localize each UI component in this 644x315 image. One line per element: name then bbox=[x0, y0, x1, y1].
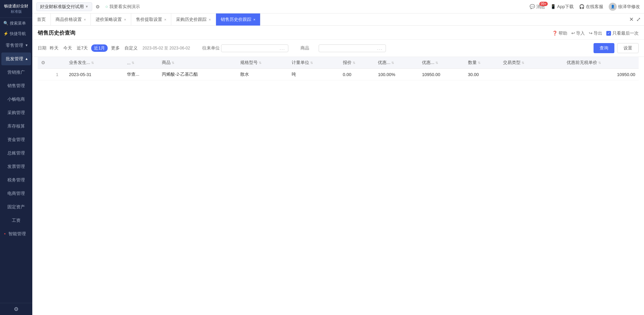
tab-strategy[interactable]: 进价策略设置 × bbox=[91, 13, 131, 26]
th-pre-tax-price[interactable]: 优惠前无税单价 ⇅ bbox=[563, 57, 639, 69]
query-button[interactable]: 查询 bbox=[594, 43, 614, 53]
date-range-display: 2023-05-02 至 2023-06-02 bbox=[142, 45, 190, 51]
tab-price[interactable]: 商品价格设置 × bbox=[51, 13, 91, 26]
sort-icon-price: ⇅ bbox=[353, 61, 355, 65]
th-price[interactable]: 报价 ⇅ bbox=[339, 57, 375, 69]
sidebar-item-retail[interactable]: 零售管理 ▼ bbox=[1, 39, 31, 52]
date-btn-custom[interactable]: 自定义 bbox=[123, 44, 139, 52]
sidebar-quick-nav[interactable]: ⚡ 快捷导航 bbox=[0, 29, 32, 39]
close-tab-icon[interactable]: ✕ bbox=[629, 15, 634, 23]
tab-close-purchase-history[interactable]: × bbox=[209, 18, 211, 22]
th-settings: ⚙ bbox=[38, 57, 49, 69]
th-biz-date[interactable]: 业务发生... ⇅ bbox=[66, 57, 123, 69]
cell-spacer bbox=[551, 69, 563, 80]
tab-close-strategy[interactable]: × bbox=[124, 18, 126, 22]
sidebar: 畅捷通好业财 标准版 🔍 搜索菜单 ⚡ 快捷导航 零售管理 ▼ 批发管理 ▲ 营… bbox=[0, 0, 32, 315]
import-button[interactable]: ↩ 导入 bbox=[571, 30, 585, 36]
topbar: 好业财标准版交付试用 ▼ ⚙ ○ 我要看实例演示 💬 消息 99+ 📱 App下… bbox=[32, 0, 644, 13]
help-icon: ❓ bbox=[552, 31, 558, 36]
sidebar-item-ecommerce[interactable]: 电商管理 bbox=[1, 187, 31, 200]
product-dots: ... bbox=[377, 46, 383, 51]
sidebar-item-inventory[interactable]: 库存核算 bbox=[1, 120, 31, 133]
date-btn-last1m[interactable]: 近1月 bbox=[91, 44, 108, 52]
demo-link[interactable]: ○ 我要看实例演示 bbox=[105, 4, 140, 10]
table-settings-icon[interactable]: ⚙ bbox=[41, 60, 45, 65]
only-last-checkbox[interactable]: ✓ 只看最后一次 bbox=[606, 30, 639, 36]
source-unit-dots: ... bbox=[280, 46, 285, 51]
settings-icon[interactable]: ⚙ bbox=[14, 306, 19, 312]
sort-icon-pre-tax-price: ⇅ bbox=[598, 61, 601, 65]
sidebar-item-tax[interactable]: 税务管理 bbox=[1, 174, 31, 186]
topbar-right: 💬 消息 99+ 📱 App下载 🎧 在线客服 👤 徐泽华修改 bbox=[530, 3, 640, 11]
sidebar-item-salary[interactable]: 工资 bbox=[1, 214, 31, 227]
topbar-settings-icon[interactable]: ⚙ bbox=[96, 4, 100, 9]
page-header: 销售历史价查询 ❓ 帮助 ↩ 导入 ↪ 导出 ✓ 只看最后一次 bbox=[32, 26, 644, 40]
tab-close-pickup[interactable]: × bbox=[164, 18, 166, 22]
th-discount-price[interactable]: 优惠... ⇅ bbox=[419, 57, 464, 69]
sort-icon-product: ⇅ bbox=[172, 61, 174, 65]
expand-tab-icon[interactable]: ⤢ bbox=[636, 15, 641, 23]
date-btn-last7[interactable]: 近7天 bbox=[75, 44, 89, 52]
product-field: 商品 ... bbox=[300, 44, 386, 52]
tab-home[interactable]: 首页 bbox=[32, 13, 51, 26]
tabbar-end: ✕ ⤢ bbox=[629, 15, 644, 23]
sidebar-item-sales[interactable]: 销售管理 bbox=[1, 79, 31, 92]
th-quantity[interactable]: 数量 ⇅ bbox=[465, 57, 500, 69]
filter-area: 日期 昨天 今天 近7天 近1月 更多 自定义 2023-05-02 至 202… bbox=[32, 40, 644, 57]
th-spacer bbox=[551, 57, 563, 69]
sidebar-item-ecommerce-small[interactable]: 小畅电商 bbox=[1, 93, 31, 106]
sidebar-item-smart[interactable]: 智能管理 bbox=[1, 228, 31, 240]
source-unit-input[interactable]: ... bbox=[221, 44, 288, 52]
th-spec[interactable]: 规格型号 ⇅ bbox=[237, 57, 288, 69]
th-trade-type[interactable]: 交易类型 ⇅ bbox=[500, 57, 551, 69]
cell-product: 丙烯酸-2-乙基己酯 bbox=[158, 69, 237, 80]
sort-icon-discount-rate: ⇅ bbox=[391, 61, 394, 65]
tab-purchase-history[interactable]: 采购历史价跟踪 × bbox=[171, 13, 216, 26]
filter-actions: 查询 设置 bbox=[594, 43, 639, 53]
th-more[interactable]: ... ⇅ bbox=[123, 57, 158, 69]
date-btn-more[interactable]: 更多 bbox=[110, 44, 121, 52]
date-btn-today[interactable]: 今天 bbox=[62, 44, 73, 52]
sort-icon-spec: ⇅ bbox=[259, 61, 261, 65]
avatar: 👤 bbox=[609, 3, 617, 11]
chevron-up-icon: ▲ bbox=[25, 57, 28, 61]
sidebar-item-marketing[interactable]: 营销推广 bbox=[1, 66, 31, 79]
sidebar-item-purchase[interactable]: 采购管理 bbox=[1, 106, 31, 119]
user-menu[interactable]: 👤 徐泽华修改 bbox=[609, 3, 640, 11]
sidebar-item-wholesale[interactable]: 批发管理 ▲ bbox=[1, 53, 31, 65]
online-service-button[interactable]: 🎧 在线客服 bbox=[579, 4, 603, 10]
settings-button[interactable]: 设置 bbox=[617, 43, 639, 53]
tab-close-price[interactable]: × bbox=[84, 18, 86, 22]
row-num: 1 bbox=[49, 69, 66, 80]
th-num bbox=[49, 57, 66, 69]
sort-icon-biz-date: ⇅ bbox=[91, 61, 94, 65]
sidebar-logo: 畅捷通好业财 标准版 bbox=[0, 0, 32, 18]
sort-icon-discount-price: ⇅ bbox=[435, 61, 438, 65]
sidebar-item-invoice[interactable]: 发票管理 bbox=[1, 160, 31, 173]
th-discount-rate[interactable]: 优惠... ⇅ bbox=[374, 57, 419, 69]
data-table: ⚙ 业务发生... ⇅ ... ⇅ bbox=[38, 57, 639, 80]
message-button[interactable]: 💬 消息 99+ bbox=[530, 4, 545, 10]
date-btn-yesterday[interactable]: 昨天 bbox=[48, 44, 60, 52]
tab-pickup[interactable]: 售价提取设置 × bbox=[131, 13, 171, 26]
module-selector[interactable]: 好业财标准版交付试用 ▼ bbox=[36, 2, 92, 11]
sidebar-item-fixed-assets[interactable]: 固定资产 bbox=[1, 201, 31, 213]
sidebar-search[interactable]: 🔍 搜索菜单 bbox=[0, 18, 32, 29]
import-icon: ↩ bbox=[571, 31, 575, 36]
th-product[interactable]: 商品 ⇅ bbox=[158, 57, 237, 69]
sidebar-item-finance[interactable]: 资金管理 bbox=[1, 133, 31, 146]
sidebar-item-general-ledger[interactable]: 总账管理 bbox=[1, 147, 31, 160]
th-unit[interactable]: 计量单位 ⇅ bbox=[288, 57, 339, 69]
app-download-button[interactable]: 📱 App下载 bbox=[550, 4, 574, 10]
chevron-down-icon: ▼ bbox=[25, 43, 28, 47]
sort-icon-more: ⇅ bbox=[132, 61, 134, 65]
help-button[interactable]: ❓ 帮助 bbox=[552, 30, 567, 36]
tab-close-sales-history[interactable]: × bbox=[253, 18, 255, 22]
export-button[interactable]: ↪ 导出 bbox=[589, 30, 602, 36]
user-name: 徐泽华修改 bbox=[618, 4, 640, 10]
tab-sales-history[interactable]: 销售历史价跟踪 × bbox=[216, 13, 260, 26]
cell-trade-type bbox=[500, 69, 551, 80]
cell-quantity: 30.00 bbox=[465, 69, 500, 80]
cell-more: 华查... bbox=[123, 69, 158, 80]
product-input[interactable]: ... bbox=[319, 44, 386, 52]
